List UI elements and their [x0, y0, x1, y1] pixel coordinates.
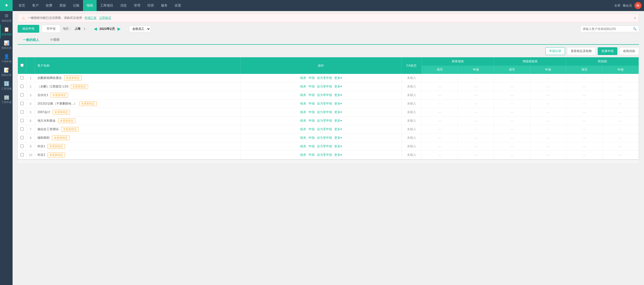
row-checkbox[interactable] — [18, 108, 26, 117]
sidebar-item-batch-tax[interactable]: 📋 批量报税 — [0, 25, 13, 38]
row-checkbox[interactable] — [18, 91, 26, 100]
btn-retrieve[interactable]: 收取回执 — [619, 47, 639, 55]
info-icon[interactable]: ℹ — [84, 27, 85, 31]
sidebar-item-biz-annual[interactable]: 🏢 工商年报 — [0, 92, 13, 106]
nav-invoice[interactable]: 票据 — [56, 0, 69, 11]
employee-dropdown[interactable]: 全部员工 — [129, 26, 151, 32]
op-zero-submit[interactable]: 设为零申报 — [317, 136, 332, 139]
op-submit[interactable]: 申报 — [309, 136, 315, 139]
op-tax-table[interactable]: 税表 — [300, 153, 306, 157]
select-all-checkbox[interactable] — [20, 64, 24, 67]
nav-billing[interactable]: 收费 — [42, 0, 56, 11]
row-checkbox[interactable] — [18, 82, 26, 91]
row-checkbox[interactable] — [18, 117, 26, 125]
op-more[interactable]: 更多▾ — [334, 102, 342, 105]
btn-batch-submit[interactable]: 批量申报 — [598, 47, 617, 55]
op-more[interactable]: 更多▾ — [334, 85, 342, 88]
op-tax-table[interactable]: 税表 — [300, 110, 306, 114]
row-add-fill: — — [566, 108, 602, 117]
op-submit[interactable]: 申报 — [309, 102, 315, 105]
nav-services[interactable]: 服务 — [157, 0, 171, 11]
nav-management[interactable]: 管理 — [130, 0, 144, 11]
op-zero-submit[interactable]: 设为零申报 — [317, 110, 332, 114]
tab-tax-declaration[interactable]: 税款申报 — [18, 25, 39, 33]
banner-link1[interactable]: 申报汇签 — [85, 16, 97, 20]
banner-link2[interactable]: 立即购买 — [99, 16, 111, 20]
nav-bookkeeping[interactable]: 记账 — [69, 0, 83, 11]
op-zero-submit[interactable]: 设为零申报 — [317, 145, 332, 148]
nav-operations[interactable]: 经营 — [144, 0, 157, 11]
row-index: 10 — [26, 151, 35, 159]
sidebar-item-calc-clear[interactable]: 🔢 汇算清缴 — [0, 79, 13, 92]
op-more[interactable]: 更多▾ — [334, 127, 342, 131]
op-submit[interactable]: 申报 — [309, 76, 315, 80]
nav-clients[interactable]: 客户 — [29, 0, 42, 11]
row-operations: 税表 申报 设为零申报 更多▾ — [241, 91, 401, 100]
search-icon[interactable]: 🔍 — [631, 26, 639, 32]
op-tax-table[interactable]: 税表 — [300, 127, 306, 131]
row-checkbox[interactable] — [18, 125, 26, 134]
row-tax-fill: — — [494, 117, 530, 125]
op-more[interactable]: 更多▾ — [334, 76, 342, 80]
op-more[interactable]: 更多▾ — [334, 145, 342, 148]
op-zero-submit[interactable]: 设为零申报 — [317, 153, 332, 157]
upgrade-btn[interactable]: 畅会员 — [623, 4, 632, 8]
banner-close[interactable]: ✕ — [634, 16, 636, 20]
op-tax-table[interactable]: 税表 — [300, 145, 306, 148]
tab-general-taxpayer[interactable]: 一般的税人 — [18, 35, 45, 45]
op-more[interactable]: 更多▾ — [334, 136, 342, 139]
bottom-scrollbar[interactable] — [18, 160, 639, 163]
op-tax-table[interactable]: 税表 — [300, 102, 306, 105]
op-tax-table[interactable]: 税表 — [300, 85, 306, 88]
date-next[interactable]: ▶ — [116, 26, 122, 31]
tab-small-scale[interactable]: 小规模 — [45, 35, 65, 44]
nav-messages[interactable]: 消息 — [117, 0, 130, 11]
row-checkbox[interactable] — [18, 134, 26, 142]
row-checkbox[interactable] — [18, 100, 26, 108]
row-checkbox[interactable] — [18, 151, 26, 159]
op-submit[interactable]: 申报 — [309, 93, 315, 97]
op-more[interactable]: 更多▾ — [334, 93, 342, 97]
op-more[interactable]: 更多▾ — [334, 119, 342, 122]
op-tax-table[interactable]: 税表 — [300, 93, 306, 97]
op-submit[interactable]: 申报 — [309, 119, 315, 122]
sidebar-item-tax-overview[interactable]: 📊 报税总览 — [0, 38, 13, 52]
op-submit[interactable]: 申报 — [309, 85, 315, 88]
op-submit[interactable]: 申报 — [309, 110, 315, 114]
tab-zero-declaration[interactable]: 零申报 — [42, 25, 60, 33]
fullscreen-btn[interactable]: 全屏 — [614, 4, 620, 8]
op-tax-table[interactable]: 税表 — [300, 136, 306, 139]
row-fin-submit: — — [458, 108, 494, 117]
btn-records[interactable]: 申报记录 — [545, 47, 565, 55]
row-tax-fill: — — [494, 125, 530, 134]
sidebar-item-tax-settings[interactable]: ⚙ 报税设置 — [0, 11, 13, 25]
op-zero-submit[interactable]: 设为零申报 — [317, 127, 332, 131]
op-zero-submit[interactable]: 设为零申报 — [317, 93, 332, 97]
nav-home[interactable]: 首页 — [15, 0, 29, 11]
op-zero-submit[interactable]: 设为零申报 — [317, 76, 332, 80]
op-submit[interactable]: 申报 — [309, 127, 315, 131]
nav-tax[interactable]: 报税 — [83, 0, 97, 11]
nav-biz-project[interactable]: 工商项目 — [97, 0, 117, 11]
row-checkbox[interactable] — [18, 142, 26, 151]
op-tax-table[interactable]: 税表 — [300, 119, 306, 122]
sidebar-item-tax-records[interactable]: 📝 报税记录 — [0, 65, 13, 79]
btn-update-rules[interactable]: 更新税定及取数 — [567, 47, 596, 55]
op-submit[interactable]: 申报 — [309, 153, 315, 157]
op-zero-submit[interactable]: 设为零申报 — [317, 102, 332, 105]
row-checkbox[interactable] — [18, 74, 26, 82]
region-label: 地区： — [63, 27, 72, 31]
op-zero-submit[interactable]: 设为零申报 — [317, 85, 332, 88]
op-more[interactable]: 更多▾ — [334, 110, 342, 114]
op-submit[interactable]: 申报 — [309, 145, 315, 148]
op-tax-table[interactable]: 税表 — [300, 76, 306, 80]
row-client-name: 辅助期初 未更新税定 — [35, 134, 241, 142]
avatar[interactable]: 畅 — [634, 2, 641, 9]
op-zero-submit[interactable]: 设为零申报 — [317, 119, 332, 122]
op-more[interactable]: 更多▾ — [334, 153, 342, 157]
sidebar-item-personal-tax[interactable]: 👤 个税申报 — [0, 52, 13, 65]
date-prev[interactable]: ◀ — [93, 26, 98, 31]
nav-settings[interactable]: 设置 — [171, 0, 185, 11]
date-nav: ◀ 2023年2月 ▶ — [93, 26, 122, 31]
search-input[interactable] — [581, 26, 631, 32]
